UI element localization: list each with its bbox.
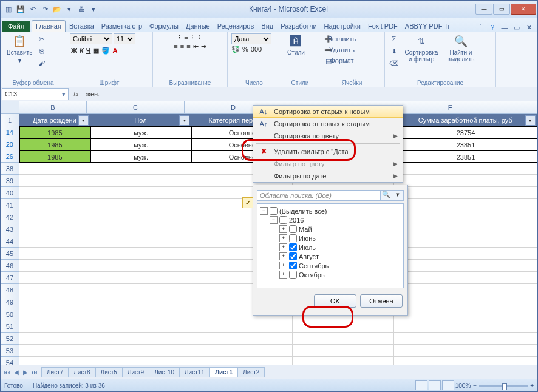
formula-input[interactable]: жен. [84, 90, 536, 98]
ribbon-tab[interactable]: Вид [257, 21, 277, 32]
percent-icon[interactable]: % [242, 46, 248, 53]
help-icon[interactable]: ? [488, 24, 497, 32]
table-cell[interactable] [394, 248, 537, 260]
ribbon-tab[interactable]: Формулы [146, 21, 182, 32]
align-bot-icon[interactable]: ⫶ [191, 33, 194, 41]
fill-color-icon[interactable]: 🪣 [101, 47, 110, 55]
row-header[interactable]: 53 [1, 345, 19, 357]
table-cell[interactable] [394, 223, 537, 235]
ribbon-tab[interactable]: Разметка стр [98, 21, 146, 32]
tree-expand-icon[interactable]: + [279, 243, 287, 251]
table-cell[interactable] [19, 284, 90, 296]
sheet-nav-last-icon[interactable]: ⏭ [30, 369, 39, 376]
ok-button[interactable]: OK [314, 294, 356, 308]
sheet-tab[interactable]: Лист9 [122, 367, 149, 377]
table-cell[interactable] [19, 320, 90, 333]
sheet-nav-next-icon[interactable]: ▶ [21, 369, 30, 376]
row-header[interactable]: 41 [1, 199, 19, 211]
preview-icon[interactable]: 🖶 [76, 4, 87, 15]
table-cell[interactable] [394, 272, 537, 284]
ribbon-tab[interactable]: ABBYY PDF Tr [401, 21, 454, 32]
table-cell[interactable] [293, 320, 394, 333]
table-cell[interactable]: 1985 [19, 150, 90, 163]
tree-expand-icon[interactable]: + [279, 225, 287, 233]
row-header[interactable]: 1 [1, 114, 19, 126]
row-header[interactable]: 42 [1, 211, 19, 223]
sheet-tab[interactable]: Лист8 [68, 367, 95, 377]
table-cell[interactable] [293, 357, 394, 365]
table-cell[interactable] [90, 333, 192, 345]
table-cell[interactable] [90, 223, 192, 235]
table-cell[interactable] [90, 199, 192, 211]
find-select-button[interactable]: 🔍Найти и выделить [443, 33, 478, 64]
sheet-nav-first-icon[interactable]: ⏮ [3, 369, 12, 376]
table-cell[interactable] [191, 320, 293, 333]
sheet-nav-prev-icon[interactable]: ◀ [12, 369, 21, 376]
format-painter-icon[interactable]: 🖌 [36, 58, 47, 69]
year-checkbox[interactable] [279, 216, 287, 224]
table-cell[interactable] [394, 211, 537, 223]
font-size-select[interactable]: 11 [114, 33, 135, 44]
view-normal-icon[interactable] [415, 380, 427, 390]
filter-tree[interactable]: −(Выделить все) −2016 +Май+Июнь+Июль+Авг… [257, 203, 404, 288]
row-header[interactable]: 54 [1, 357, 19, 365]
ribbon-tab[interactable]: Главная [32, 20, 66, 32]
month-checkbox[interactable] [289, 225, 297, 233]
sort-filter-button[interactable]: ⇅Сортировка и фильтр [401, 33, 442, 64]
ribbon-tab[interactable]: Разработчи [277, 21, 320, 32]
row-header[interactable]: 44 [1, 235, 19, 248]
ribbon-tab[interactable]: Данные [182, 21, 214, 32]
workbook-restore-icon[interactable]: ▭ [512, 24, 522, 32]
sheet-tab[interactable]: Лист2 [237, 367, 265, 377]
sheet-tab[interactable]: Лист11 [179, 367, 210, 377]
table-cell[interactable] [90, 175, 192, 187]
row-header[interactable]: 50 [1, 308, 19, 320]
maximize-button[interactable]: ▭ [493, 4, 510, 15]
indent-dec-icon[interactable]: ⇤ [193, 42, 199, 50]
autosum-icon[interactable]: Σ [389, 33, 400, 44]
table-cell[interactable] [394, 235, 537, 248]
sort-asc-item[interactable]: A↓Сортировка от старых к новым [253, 106, 403, 118]
table-cell[interactable] [90, 357, 192, 365]
open-icon[interactable]: 📂 [52, 4, 63, 15]
indent-inc-icon[interactable]: ⇥ [201, 42, 206, 50]
align-center-icon[interactable]: ≡ [180, 42, 184, 50]
row-header[interactable]: 45 [1, 248, 19, 260]
table-cell[interactable] [19, 199, 90, 211]
table-cell[interactable] [90, 308, 192, 320]
zoom-level[interactable]: 100% [455, 382, 471, 389]
row-header[interactable]: 43 [1, 223, 19, 235]
table-cell[interactable] [90, 345, 192, 357]
table-cell[interactable] [19, 357, 90, 365]
month-checkbox[interactable] [289, 262, 297, 269]
month-checkbox[interactable] [289, 252, 297, 260]
table-cell[interactable] [394, 260, 537, 272]
new-icon[interactable]: ▾ [64, 4, 75, 15]
align-right-icon[interactable]: ≡ [186, 42, 190, 50]
table-cell[interactable]: муж. [90, 138, 192, 150]
table-cell[interactable] [19, 333, 90, 345]
table-cell[interactable] [19, 345, 90, 357]
table-cell[interactable] [90, 284, 192, 296]
table-cell[interactable]: муж. [90, 126, 192, 138]
ribbon-tab[interactable]: Вставка [66, 21, 98, 32]
table-cell[interactable] [19, 175, 90, 187]
month-checkbox[interactable] [289, 234, 297, 242]
ribbon-tab[interactable]: Надстройки [321, 21, 364, 32]
copy-icon[interactable]: ⎘ [36, 46, 47, 56]
workbook-min-icon[interactable]: — [500, 24, 509, 32]
fill-icon[interactable]: ⬇ [389, 46, 400, 56]
table-cell[interactable] [19, 187, 90, 199]
column-header[interactable]: C [87, 101, 185, 113]
table-cell[interactable] [90, 187, 192, 199]
table-cell[interactable] [191, 345, 293, 357]
row-header[interactable]: 38 [1, 163, 19, 175]
table-cell[interactable] [90, 296, 192, 308]
table-cell[interactable] [394, 199, 537, 211]
worksheet-grid[interactable]: BCDEF 1Дата рождени▾Пол▾Категория персон… [1, 101, 537, 365]
cut-icon[interactable]: ✂ [36, 33, 47, 44]
file-tab[interactable]: Файл [2, 21, 30, 32]
tree-expand-icon[interactable]: + [279, 252, 287, 260]
filter-date-item[interactable]: Фильтры по дате▶ [253, 170, 403, 182]
table-cell[interactable] [394, 175, 537, 187]
